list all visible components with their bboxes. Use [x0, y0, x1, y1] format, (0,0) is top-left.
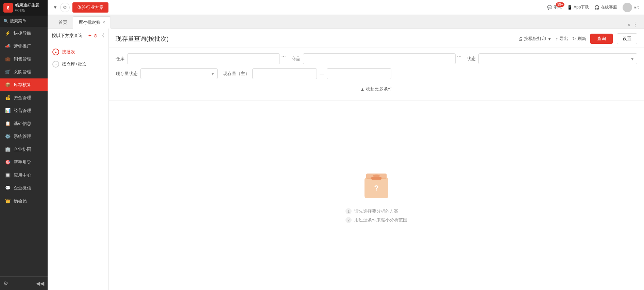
print-label: 按模板打印 [524, 36, 546, 42]
finance-icon: 💰 [5, 95, 11, 101]
member-label: 畅会员 [14, 198, 27, 204]
apps-label: 应用中心 [14, 172, 31, 178]
user-name: Rit [633, 5, 639, 10]
tab-home[interactable]: 首页 [53, 17, 73, 28]
marketing-icon: 📣 [5, 43, 11, 49]
company-name: 畅康通好生意 [15, 3, 39, 8]
online-service-label: 在线客服 [601, 4, 617, 10]
export-label: 导出 [559, 36, 568, 42]
warehouse-input[interactable] [127, 53, 280, 64]
basic-label: 基础信息 [14, 121, 31, 127]
app-download-label: App下载 [574, 4, 589, 10]
tab-home-label: 首页 [58, 19, 67, 25]
operations-label: 经营管理 [14, 108, 31, 114]
tabs-bar: 首页 库存批次账 × × ⋮ [48, 15, 644, 29]
sidebar-item-system[interactable]: ⚙️ 系统管理 [0, 130, 48, 143]
apps-icon: 🔲 [5, 172, 11, 178]
inventory-qty-from[interactable] [252, 68, 317, 79]
trial-industry-btn[interactable]: 体验行业方案 [72, 2, 108, 13]
sidebar-item-finance[interactable]: 💰 资金管理 [0, 91, 48, 104]
sidebar-item-basic[interactable]: 📋 基础信息 [0, 117, 48, 130]
topbar-left: ▼ ⚙ 体验行业方案 [53, 2, 544, 13]
enterprise-label: 企业协同 [14, 146, 31, 152]
sidebar-item-guide[interactable]: 🎯 新手引导 [0, 156, 48, 169]
sidebar-item-wechat[interactable]: 💬 企业微信 [0, 182, 48, 195]
print-icon: 🖨 [518, 36, 523, 41]
purchase-icon: 🛒 [5, 69, 11, 75]
tab-close-btn[interactable]: × [103, 20, 105, 25]
sidebar-item-apps[interactable]: 🔲 应用中心 [0, 169, 48, 182]
filter-row-2: 现存量状态 ▼ 现存量（主） — [116, 68, 637, 79]
sales-label: 销售管理 [14, 56, 31, 62]
print-dropdown-arrow: ▼ [547, 36, 552, 41]
batch-scheme-icon: ● [52, 49, 59, 55]
warehouse-input-wrapper: ··· [127, 53, 286, 64]
sidebar-item-sales[interactable]: 💼 销售管理 [0, 53, 48, 66]
export-btn[interactable]: ↑ 导出 [556, 36, 569, 42]
message-icon: 💬 [547, 5, 552, 10]
wechat-label: 企业微信 [14, 185, 31, 191]
sidebar-nav: ⚡ 快捷导航 📣 营销推广 💼 销售管理 🛒 采购管理 📦 库存核算 💰 资金管… [0, 27, 48, 276]
filter-product: 商品 ··· [291, 53, 462, 64]
sidebar-item-enterprise[interactable]: 🏢 企业协同 [0, 143, 48, 156]
service-icon: 🎧 [594, 5, 599, 10]
collapse-filter-btn[interactable]: ▲ 收起更多条件 [116, 83, 637, 95]
add-scheme-btn[interactable]: + [88, 33, 91, 38]
sidebar-item-inventory[interactable]: 📦 库存核算 [0, 78, 48, 91]
sidebar-item-marketing[interactable]: 📣 营销推广 [0, 40, 48, 53]
search-menu-btn[interactable]: 🔍 搜索菜单 [0, 16, 48, 27]
collapse-sidebar-btn[interactable]: ◀◀ [36, 280, 44, 287]
inventory-qty-range: — [252, 68, 391, 79]
empty-illustration: ? [356, 167, 397, 201]
finance-label: 资金管理 [14, 95, 31, 101]
search-menu-label: 搜索菜单 [10, 18, 26, 24]
left-panel: 按以下方案查询 + ⊙ 《 ● 按批次 ○ 按仓库+批次 [48, 29, 109, 290]
system-label: 系统管理 [14, 133, 31, 140]
shortcuts-icon: ⚡ [5, 30, 11, 36]
topbar-settings-btn[interactable]: ⚙ [60, 3, 70, 12]
range-separator: — [320, 71, 324, 76]
tab-inventory-batch[interactable]: 库存批次账 × [73, 16, 111, 29]
print-btn[interactable]: 🖨 按模板打印 ▼ [518, 36, 552, 42]
scheme-item-warehouse-batch[interactable]: ○ 按仓库+批次 [48, 58, 108, 70]
query-submit-btn[interactable]: 查询 [590, 34, 613, 44]
guide-label: 新手引导 [14, 159, 31, 165]
tab-inventory-batch-label: 库存批次账 [79, 19, 101, 25]
purchase-label: 采购管理 [14, 69, 31, 75]
sidebar-item-member[interactable]: 👑 畅会员 [0, 195, 48, 207]
product-input-wrapper: ··· [303, 53, 462, 64]
messages-btn[interactable]: 💬 消息 99+ [547, 4, 562, 10]
sidebar-item-shortcuts[interactable]: ⚡ 快捷导航 [0, 27, 48, 40]
refresh-icon: ↻ [572, 36, 576, 41]
product-more-btn[interactable]: ··· [457, 53, 461, 64]
hint-text-2: 用过滤条件来缩小分析范围 [354, 217, 407, 223]
refresh-btn[interactable]: ↻ 刷新 [572, 36, 586, 42]
wechat-icon: 💬 [5, 185, 11, 191]
sidebar-item-purchase[interactable]: 🛒 采购管理 [0, 66, 48, 78]
online-service-btn[interactable]: 🎧 在线客服 [594, 4, 617, 10]
sidebar: 6 畅康通好生意 标准版 🔍 搜索菜单 ⚡ 快捷导航 📣 营销推广 💼 销售管理… [0, 0, 48, 290]
app-download-btn[interactable]: 📱 App下载 [567, 4, 589, 10]
settings-scheme-btn[interactable]: ⊙ [94, 33, 98, 38]
empty-hint-1: 1 请先选择要分析的方案 [345, 208, 407, 214]
close-panel-btn[interactable]: × [627, 22, 630, 28]
settings-display-btn[interactable]: 设置 [617, 33, 637, 44]
avatar-img [623, 3, 632, 12]
expand-icon[interactable]: ⋮ [632, 20, 639, 28]
scheme-item-batch[interactable]: ● 按批次 [48, 46, 108, 58]
status-select[interactable] [478, 53, 637, 64]
inventory-qty-to[interactable] [327, 68, 391, 79]
empty-box-svg: ? [356, 167, 397, 201]
user-avatar[interactable]: Rit [623, 3, 639, 12]
topbar-dropdown[interactable]: ▼ [53, 5, 57, 10]
page-title: 现存量查询(按批次) [116, 35, 169, 43]
system-icon: ⚙️ [5, 133, 11, 140]
inventory-status-select[interactable] [140, 68, 218, 79]
filter-inventory-qty: 现存量（主） — [223, 68, 359, 79]
warehouse-more-btn[interactable]: ··· [281, 53, 286, 64]
settings-btn[interactable]: ⚙ [3, 280, 8, 287]
sidebar-item-operations[interactable]: 📊 经营管理 [0, 104, 48, 117]
product-input[interactable] [303, 53, 456, 64]
search-icon: 🔍 [3, 19, 9, 23]
collapse-left-panel-btn[interactable]: 《 [100, 33, 104, 39]
